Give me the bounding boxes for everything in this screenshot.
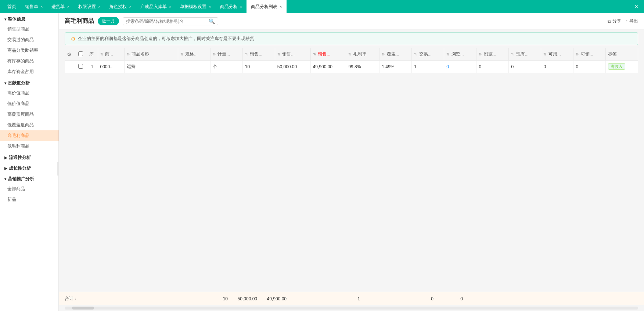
content-area: 高毛利商品 近一月 🔍 ⧉ 分享 ↑ 导出 ⚙ 企业的主要的利润都是这部分商品创… (59, 13, 644, 311)
close-icon[interactable]: × (40, 4, 43, 9)
nav-permissions[interactable]: 权限设置 × (74, 0, 105, 13)
sort-icon: ⇅ (348, 52, 351, 56)
chevron-down-icon: ▾ (4, 81, 6, 85)
close-icon[interactable]: × (240, 4, 242, 9)
chevron-right-icon: ▶ (4, 156, 7, 160)
close-icon[interactable]: × (280, 4, 282, 9)
main-layout: « ▾ 整体信息 销售型商品 交易过的商品 商品分类助销率 有库存的商品 库存资… (0, 13, 644, 311)
sidebar-group-contribution[interactable]: ▾ 贡献度分析 (0, 77, 58, 88)
nav-product-in[interactable]: 产成品入库单 × (136, 0, 176, 13)
chevron-down-icon: ▾ (4, 177, 6, 181)
cell-settings (65, 61, 76, 73)
sidebar-item-stock-capital[interactable]: 库存资金占用 (0, 66, 58, 77)
select-all-checkbox[interactable] (78, 51, 83, 56)
nav-roles[interactable]: 角色授权 × (105, 0, 136, 13)
header-actions: ⧉ 分享 ↑ 导出 (608, 18, 638, 24)
filter-recent-month-button[interactable]: 近一月 (98, 17, 119, 25)
sidebar-item-high-coverage[interactable]: 高覆盖度商品 (0, 109, 58, 120)
sidebar-group-growth[interactable]: ▶ 成长性分析 (0, 162, 58, 173)
summary-sales-profit: 49,900.00 (260, 296, 289, 301)
chevron-right-icon: ▶ (4, 166, 7, 170)
close-icon[interactable]: × (129, 4, 131, 9)
summary-label: 合计： (65, 296, 78, 302)
col-stock-saleable-header[interactable]: ⇅ 可销... (573, 48, 606, 61)
col-sales-amount-header[interactable]: ⇅ 销售... (275, 48, 310, 61)
sidebar-item-low-value[interactable]: 低价值商品 (0, 98, 58, 109)
col-coverage-header[interactable]: ⇅ 覆盖... (379, 48, 412, 61)
col-code-header[interactable]: ⇅ 商... (98, 48, 124, 61)
sidebar-item-all-goods[interactable]: 全部商品 (0, 184, 58, 194)
col-views2-header[interactable]: ⇅ 浏览... (476, 48, 509, 61)
share-icon: ⧉ (608, 19, 611, 24)
sort-icon: ⇅ (414, 52, 417, 56)
tag-badge: 高收入 (608, 63, 625, 70)
nav-home[interactable]: 首页 (3, 0, 21, 13)
sidebar-item-new-goods[interactable]: 新品 (0, 194, 58, 205)
nav-purchase-order[interactable]: 进货单 × (47, 0, 73, 13)
top-navigation: 首页 销售单 × 进货单 × 权限设置 × 角色授权 × 产成品入库单 × 单据… (0, 0, 644, 13)
sidebar-group-overall[interactable]: ▾ 整体信息 (0, 13, 58, 24)
close-icon[interactable]: × (98, 4, 100, 9)
sidebar-item-low-coverage[interactable]: 低覆盖度商品 (0, 120, 58, 130)
sidebar-item-stocked-goods[interactable]: 有库存的商品 (0, 56, 58, 66)
sidebar-item-category-rate[interactable]: 商品分类助销率 (0, 45, 58, 56)
cell-checkbox[interactable] (76, 61, 87, 73)
cell-views1[interactable]: 0 (444, 61, 476, 73)
col-gross-rate-header[interactable]: ⇅ 毛利率 (346, 48, 379, 61)
export-button[interactable]: ↑ 导出 (626, 18, 638, 24)
row-checkbox[interactable] (78, 64, 83, 69)
nav-product-analysis-list[interactable]: 商品分析列表 × (247, 0, 286, 13)
sidebar-item-low-margin[interactable]: 低毛利商品 (0, 141, 58, 152)
col-spec-header[interactable]: ⇅ 规格... (178, 48, 210, 61)
col-tag-header: 标签 (606, 48, 638, 61)
close-icon[interactable]: × (209, 4, 211, 9)
col-transactions-header[interactable]: ⇅ 交易... (412, 48, 444, 61)
col-sales-profit-header[interactable]: ⇅ 销售... (310, 48, 346, 61)
sort-icon: ⇅ (127, 52, 130, 56)
sidebar-group-liquidity[interactable]: ▶ 流通性分析 (0, 152, 58, 162)
sidebar-item-sales-goods[interactable]: 销售型商品 (0, 24, 58, 35)
col-checkbox (76, 48, 87, 61)
close-icon[interactable]: × (169, 4, 171, 9)
close-icon[interactable]: × (67, 4, 69, 9)
scroll-thumb[interactable] (72, 307, 94, 310)
col-unit-header[interactable]: ⇅ 计量... (210, 48, 242, 61)
sort-icon: ⇅ (479, 52, 482, 56)
table-wrapper: ⚙ 序 ⇅ 商... ⇅ (59, 48, 644, 292)
data-table: ⚙ 序 ⇅ 商... ⇅ (65, 48, 638, 73)
sidebar-item-traded-goods[interactable]: 交易过的商品 (0, 35, 58, 45)
col-stock-current-header[interactable]: ⇅ 现有... (509, 48, 541, 61)
cell-tag: 高收入 (606, 61, 638, 73)
col-views1-header[interactable]: ⇅ 浏览... (444, 48, 476, 61)
sort-icon: ⇅ (382, 52, 385, 56)
search-input[interactable] (126, 19, 209, 24)
summary-sales-amount: 50,000.00 (231, 296, 260, 301)
cell-index: 1 (87, 61, 98, 73)
sidebar-item-high-margin[interactable]: 高毛利商品 (0, 130, 58, 141)
cell-transactions: 1 (412, 61, 444, 73)
sort-icon: ⇅ (245, 52, 248, 56)
sort-icon: ⇅ (576, 52, 579, 56)
settings-icon[interactable]: ⚙ (67, 51, 72, 57)
chevron-down-icon: ▾ (4, 17, 6, 21)
nav-sales-order[interactable]: 销售单 × (21, 0, 47, 13)
nav-product-analysis[interactable]: 商品分析 × (216, 0, 247, 13)
nav-template-settings[interactable]: 单据模板设置 × (176, 0, 215, 13)
col-index-header: 序 (87, 48, 98, 61)
table-row: 1 0000... 运费 个 10 50,000.00 49,900.00 99… (65, 61, 638, 73)
share-button[interactable]: ⧉ 分享 (608, 18, 621, 24)
search-icon[interactable]: 🔍 (209, 18, 215, 24)
sort-icon: ⇅ (446, 52, 449, 56)
cell-stock-available: 0 (541, 61, 573, 73)
horizontal-scrollbar[interactable] (65, 307, 638, 310)
cell-stock-current: 0 (509, 61, 541, 73)
sidebar-item-high-value[interactable]: 高价值商品 (0, 88, 58, 98)
close-app-button[interactable]: × (632, 3, 641, 10)
col-name-header[interactable]: ⇅ 商品名称 (124, 48, 178, 61)
col-sales-qty-header[interactable]: ⇅ 销售... (242, 48, 275, 61)
sidebar-group-marketing[interactable]: ▾ 营销推广分析 (0, 173, 58, 184)
info-banner: ⚙ 企业的主要的利润都是这部分商品创造的，可考虑加大推广，同时关注库存是不要出现… (65, 32, 638, 45)
cell-name: 运费 (124, 61, 178, 73)
views1-link[interactable]: 0 (446, 64, 449, 69)
col-stock-available-header[interactable]: ⇅ 可用... (541, 48, 573, 61)
